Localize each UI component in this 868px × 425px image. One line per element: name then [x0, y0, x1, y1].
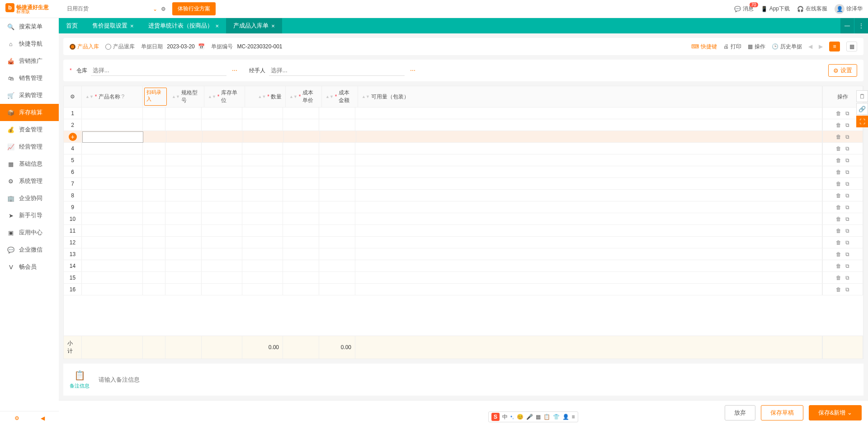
- copy-icon[interactable]: ⧉: [845, 263, 849, 269]
- copy-icon[interactable]: ⧉: [845, 286, 849, 293]
- next-icon[interactable]: ▶: [819, 43, 823, 50]
- copy-icon[interactable]: ⧉: [845, 228, 849, 234]
- delete-icon[interactable]: 🗑: [836, 157, 841, 163]
- cell-unit[interactable]: [202, 284, 242, 295]
- cell-name[interactable]: [82, 272, 143, 283]
- delete-icon[interactable]: 🗑: [836, 216, 841, 222]
- copy-icon[interactable]: ⧉: [845, 192, 849, 199]
- cell-qty[interactable]: [242, 237, 283, 248]
- cell-amt[interactable]: [319, 107, 355, 119]
- cell-price[interactable]: [284, 131, 320, 142]
- cell-spec[interactable]: [165, 237, 202, 248]
- table-row[interactable]: 7🗑⧉: [64, 178, 863, 190]
- tab-1[interactable]: 售价提取设置×: [85, 18, 141, 33]
- cell-unit[interactable]: [202, 213, 242, 224]
- cell-amt[interactable]: [319, 166, 355, 177]
- gear-icon[interactable]: ⚙: [161, 6, 166, 12]
- cell-price[interactable]: [283, 178, 319, 189]
- cell-name[interactable]: [82, 201, 143, 213]
- cell-qty[interactable]: [242, 166, 283, 177]
- cell-price[interactable]: [283, 237, 319, 248]
- delete-icon[interactable]: 🗑: [836, 192, 841, 199]
- history-link[interactable]: 🕒历史单据: [772, 43, 802, 51]
- rail-link[interactable]: 🔗: [856, 103, 868, 115]
- cell-qty[interactable]: [243, 131, 284, 142]
- delete-icon[interactable]: 🗑: [836, 251, 841, 257]
- col-amt[interactable]: ▲▼*成本金额: [322, 86, 358, 107]
- col-avail[interactable]: ▲▼可用量（包装）: [358, 86, 822, 107]
- cell-amt[interactable]: [319, 190, 355, 201]
- cell-price[interactable]: [283, 143, 319, 154]
- copy-icon[interactable]: ⧉: [845, 157, 849, 163]
- sidebar-item-5[interactable]: 📦库存核算: [0, 104, 59, 121]
- cell-price[interactable]: [283, 119, 319, 131]
- ops-link[interactable]: ▦操作: [748, 43, 765, 51]
- col-name[interactable]: ▲▼*产品名称?: [82, 86, 143, 107]
- cell-unit[interactable]: [202, 107, 242, 119]
- view-card[interactable]: ▦: [846, 42, 857, 51]
- copy-icon[interactable]: ⧉: [845, 181, 849, 187]
- cell-name[interactable]: [82, 248, 143, 260]
- cell-name[interactable]: [82, 131, 143, 143]
- draft-button[interactable]: 保存草稿: [761, 405, 803, 420]
- cell-qty[interactable]: [242, 154, 283, 166]
- table-row[interactable]: 10🗑⧉: [64, 213, 863, 225]
- delete-icon[interactable]: 🗑: [836, 122, 841, 128]
- cell-spec[interactable]: [165, 225, 202, 236]
- cell-name[interactable]: [82, 107, 143, 119]
- cell-spec[interactable]: [165, 213, 202, 224]
- cell-amt[interactable]: [319, 284, 355, 295]
- cell-amt[interactable]: [319, 225, 355, 236]
- col-unit[interactable]: ▲▼*库存单位: [204, 86, 245, 107]
- close-icon[interactable]: ×: [271, 23, 275, 29]
- sidebar-item-7[interactable]: 📈经营管理: [0, 138, 59, 155]
- cell-spec[interactable]: [165, 154, 202, 166]
- cell-qty[interactable]: [242, 272, 283, 283]
- messages-link[interactable]: 💬 消息 70: [734, 5, 754, 13]
- cell-amt[interactable]: [319, 154, 355, 166]
- cell-spec[interactable]: [165, 107, 202, 119]
- delete-icon[interactable]: 🗑: [836, 145, 841, 152]
- table-row[interactable]: 13🗑⧉: [64, 248, 863, 260]
- cell-amt[interactable]: [319, 178, 355, 189]
- cell-name[interactable]: [82, 237, 143, 248]
- cell-unit[interactable]: [203, 131, 243, 142]
- remark-input[interactable]: [96, 374, 857, 386]
- cell-unit[interactable]: [202, 272, 242, 283]
- cell-price[interactable]: [283, 248, 319, 260]
- col-price[interactable]: ▲▼*成本单价: [286, 86, 322, 107]
- col-gear[interactable]: ⚙: [64, 86, 82, 107]
- discard-button[interactable]: 放弃: [725, 405, 755, 420]
- prev-icon[interactable]: ◀: [808, 43, 812, 50]
- sidebar-item-0[interactable]: 🔍搜索菜单: [0, 18, 59, 35]
- delete-icon[interactable]: 🗑: [836, 181, 841, 187]
- cell-qty[interactable]: [242, 248, 283, 260]
- col-spec[interactable]: ▲▼规格型号: [168, 86, 204, 107]
- cell-spec[interactable]: [166, 131, 203, 142]
- cell-spec[interactable]: [165, 190, 202, 201]
- cell-spec[interactable]: [165, 284, 202, 295]
- cell-amt[interactable]: [320, 131, 356, 142]
- cell-name[interactable]: [82, 166, 143, 177]
- settings-icon[interactable]: ⚙: [14, 415, 19, 421]
- sidebar-item-2[interactable]: 🎪营销推广: [0, 52, 59, 70]
- handler-field[interactable]: 经手人 ⋯: [249, 65, 416, 76]
- copy-icon[interactable]: ⧉: [845, 204, 849, 210]
- sidebar-item-4[interactable]: 🛒采购管理: [0, 87, 59, 104]
- sidebar-item-13[interactable]: 💬企业微信: [0, 241, 59, 258]
- table-row[interactable]: +🗑⧉: [64, 131, 863, 143]
- sidebar-item-6[interactable]: 💰资金管理: [0, 121, 59, 138]
- close-icon[interactable]: ×: [130, 23, 134, 29]
- shortcut-link[interactable]: ⌨快捷键: [691, 43, 717, 51]
- sidebar-item-3[interactable]: 🛍销售管理: [0, 70, 59, 87]
- delete-icon[interactable]: 🗑: [836, 263, 841, 269]
- cell-spec[interactable]: [165, 143, 202, 154]
- experience-button[interactable]: 体验行业方案: [172, 2, 216, 15]
- cell-name[interactable]: [82, 178, 143, 189]
- cell-unit[interactable]: [202, 237, 242, 248]
- service-link[interactable]: 🎧 在线客服: [797, 5, 827, 13]
- sidebar-item-8[interactable]: ▦基础信息: [0, 155, 59, 173]
- cell-spec[interactable]: [165, 119, 202, 131]
- cell-price[interactable]: [283, 190, 319, 201]
- date-field[interactable]: 单据日期 2023-03-20 📅: [141, 43, 205, 51]
